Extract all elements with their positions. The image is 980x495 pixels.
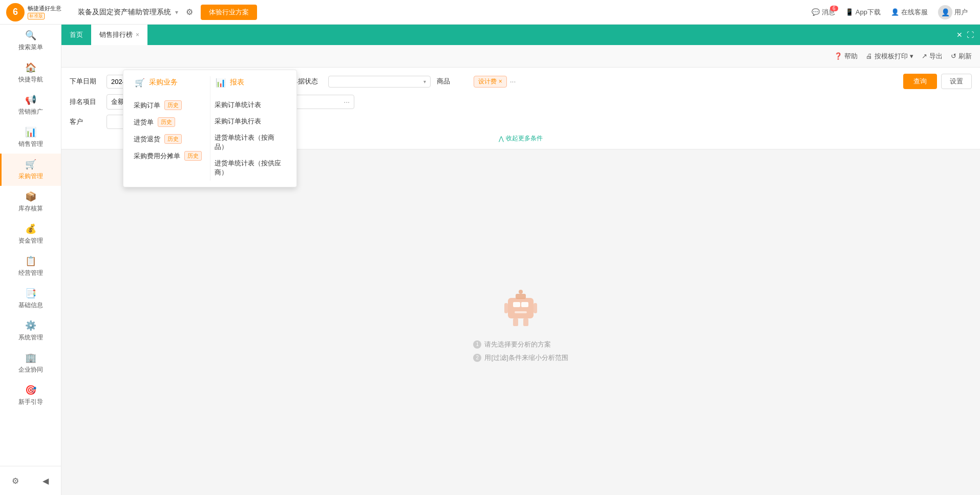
- sidebar-label-basic: 基础信息: [18, 301, 43, 310]
- menu-item-purchase-order-stats[interactable]: 采购订单统计表: [215, 97, 287, 113]
- dropdown-purchase-col: 🛒 采购业务 采购订单 历史 进货单 历史 进货退货 历史: [130, 76, 210, 181]
- svg-rect-8: [516, 294, 526, 299]
- print-template-action[interactable]: 🖨 按模板打印 ▾: [866, 52, 913, 61]
- sidebar-item-quick[interactable]: 🏠 快捷导航: [0, 57, 61, 89]
- tab-sales-ranking[interactable]: 销售排行榜 ×: [91, 25, 147, 45]
- svg-rect-7: [523, 318, 528, 326]
- sidebar-item-enterprise[interactable]: 🏢 企业协同: [0, 347, 61, 379]
- topbar-right: 💬 消息 6 📱 App下载 👤 在线客服 👤 用户: [812, 5, 968, 19]
- tab-close-icon[interactable]: ×: [136, 31, 139, 38]
- sidebar-label-search: 搜索菜单: [18, 43, 43, 52]
- basic-icon: 📑: [25, 288, 36, 299]
- sidebar-item-marketing[interactable]: 📢 营销推广: [0, 89, 61, 121]
- help-icon: ❓: [834, 52, 842, 60]
- empty-text: 1 请先选择要分析的方案 2 用[过滤]条件来缩小分析范围: [473, 340, 568, 362]
- close-window-icon[interactable]: ✕: [956, 31, 963, 39]
- system-icon: ⚙️: [25, 320, 36, 331]
- sidebar-collapse-btn[interactable]: ◀: [36, 471, 55, 490]
- gear-icon[interactable]: ⚙: [182, 5, 197, 19]
- purchase-order-exec-label: 采购订单执行表: [215, 117, 261, 126]
- purchase-order-history-tag: 历史: [164, 100, 182, 110]
- maximize-icon[interactable]: ⛶: [967, 31, 974, 39]
- logo-icon: 6: [6, 3, 25, 21]
- export-action[interactable]: ↗ 导出: [922, 52, 943, 61]
- sidebar-label-sales: 销售管理: [18, 140, 43, 148]
- finance-icon: 💰: [25, 223, 36, 234]
- sidebar-item-guide[interactable]: 🎯 新手引导: [0, 379, 61, 412]
- user-action[interactable]: 👤 用户: [938, 5, 968, 19]
- menu-item-purchase-expense[interactable]: 采购费用分摊单 历史: [134, 147, 206, 164]
- goods-tag-close[interactable]: ×: [499, 78, 502, 85]
- marketing-icon: 📢: [25, 94, 36, 105]
- sidebar-item-inventory[interactable]: 📦 库存核算: [0, 186, 61, 218]
- purchase-expense-label: 采购费用分摊单: [134, 152, 180, 161]
- menu-item-inbound-stats-supplier[interactable]: 进货单统计表（按供应商）: [215, 155, 287, 181]
- sidebar-label-inventory: 库存核算: [18, 204, 43, 213]
- query-button[interactable]: 查询: [903, 74, 937, 89]
- collapse-label: 收起更多条件: [506, 134, 543, 143]
- user-avatar: 👤: [938, 5, 952, 19]
- help-action[interactable]: ❓ 帮助: [834, 52, 858, 61]
- menu-item-purchase-order[interactable]: 采购订单 历史: [134, 97, 206, 114]
- purchase-order-stats-label: 采购订单统计表: [215, 100, 261, 110]
- sidebar-item-operations[interactable]: 📋 经营管理: [0, 250, 61, 283]
- sidebar: 🔍 搜索菜单 🏠 快捷导航 📢 营销推广 📊 销售管理 🛒 采购管理 📦 库存核…: [0, 25, 61, 495]
- sidebar-item-search[interactable]: 🔍 搜索菜单: [0, 25, 61, 57]
- inbound-stats-supplier-label: 进货单统计表（按供应商）: [215, 159, 287, 177]
- goods-tag: 设计费 ×: [474, 76, 507, 88]
- bill-status-select[interactable]: ▾: [328, 76, 431, 88]
- online-service-label: 在线客服: [901, 8, 928, 17]
- toolbar: ❓ 帮助 🖨 按模板打印 ▾ ↗ 导出 ↺ 刷新: [61, 45, 980, 68]
- goods-filter-label: 商品: [437, 77, 467, 86]
- export-icon: ↗: [922, 52, 927, 60]
- menu-item-inbound-return[interactable]: 进货退货 历史: [134, 131, 206, 147]
- tab-home[interactable]: 首页: [61, 25, 91, 45]
- app-download-action[interactable]: 📱 App下载: [845, 8, 881, 17]
- sidebar-item-finance[interactable]: 💰 资金管理: [0, 218, 61, 250]
- message-action[interactable]: 💬 消息 6: [812, 8, 835, 17]
- sidebar-label-finance: 资金管理: [18, 236, 43, 245]
- svg-rect-3: [515, 311, 527, 313]
- message-icon: 💬: [812, 8, 820, 16]
- help-label: 帮助: [844, 52, 858, 61]
- sidebar-label-enterprise: 企业协同: [18, 365, 43, 374]
- online-service-action[interactable]: 👤 在线客服: [891, 8, 928, 17]
- svg-point-9: [519, 290, 523, 294]
- message-badge: 6: [830, 6, 838, 11]
- salesman-more-btn[interactable]: ···: [344, 98, 350, 106]
- sidebar-bottom: ⚙ ◀: [0, 466, 61, 495]
- set-button[interactable]: 设置: [941, 74, 972, 89]
- menu-item-purchase-order-exec[interactable]: 采购订单执行表: [215, 113, 287, 130]
- svg-rect-4: [504, 303, 508, 313]
- svg-rect-6: [513, 318, 518, 326]
- refresh-action[interactable]: ↺ 刷新: [951, 52, 972, 61]
- sidebar-label-quick: 快捷导航: [18, 75, 43, 84]
- collapse-button[interactable]: ⋀ 收起更多条件: [499, 134, 543, 143]
- goods-more-btn[interactable]: ···: [510, 77, 516, 85]
- report-col-title: 报表: [230, 78, 244, 87]
- system-arrow-icon[interactable]: ▾: [175, 9, 178, 16]
- svg-rect-5: [534, 303, 537, 313]
- menu-item-inbound-stats-goods[interactable]: 进货单统计表（按商品）: [215, 130, 287, 155]
- topbar: 6 畅捷通好生意 标准版 装备及固定资产辅助管理系统 ▾ ⚙ 体验行业方案 💬 …: [0, 0, 980, 25]
- empty-hint-1: 1 请先选择要分析的方案: [473, 340, 568, 349]
- sidebar-settings-btn[interactable]: ⚙: [6, 471, 25, 490]
- tab-expand-btn[interactable]: ✕ ⛶: [950, 25, 980, 45]
- sidebar-item-sales[interactable]: 📊 销售管理: [0, 121, 61, 154]
- print-arrow-icon: ▾: [910, 52, 913, 60]
- industry-button[interactable]: 体验行业方案: [201, 5, 257, 20]
- tab-bar: 首页 销售排行榜 × ✕ ⛶: [61, 25, 980, 45]
- sidebar-item-system[interactable]: ⚙️ 系统管理: [0, 315, 61, 347]
- sidebar-item-basic[interactable]: 📑 基础信息: [0, 283, 61, 315]
- sidebar-item-purchase[interactable]: 🛒 采购管理: [0, 154, 61, 186]
- report-col-header: 📊 报表: [215, 76, 287, 92]
- ranking-filter-label: 排名项目: [70, 97, 100, 106]
- purchase-icon: 🛒: [25, 159, 36, 170]
- system-name: 装备及固定资产辅助管理系统: [78, 8, 171, 17]
- inbound-label: 进货单: [134, 118, 154, 127]
- menu-item-inbound[interactable]: 进货单 历史: [134, 114, 206, 131]
- sales-icon: 📊: [25, 126, 36, 138]
- dropdown-report-col: 📊 报表 采购订单统计表 采购订单执行表 进货单统计表（按商品） 进货单统计表（…: [210, 76, 291, 181]
- svg-rect-0: [508, 298, 534, 318]
- guide-icon: 🎯: [25, 384, 36, 396]
